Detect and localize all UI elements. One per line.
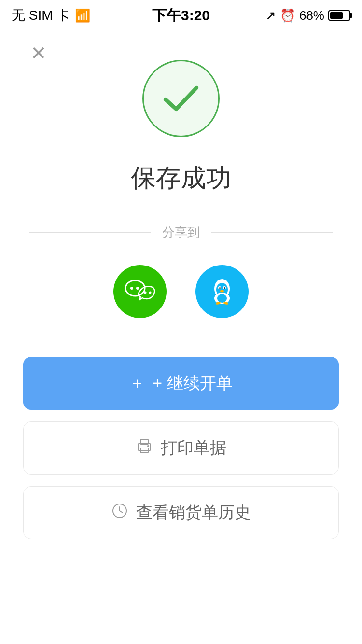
main-content: 保存成功 分享到 <box>0 31 362 539</box>
status-right: ↗ ⏰ 68% <box>265 8 350 23</box>
history-label: 查看销货单历史 <box>136 502 251 524</box>
svg-point-3 <box>144 292 147 294</box>
success-title: 保存成功 <box>131 161 231 195</box>
svg-line-22 <box>120 511 123 513</box>
clock-icon <box>111 502 128 523</box>
svg-point-10 <box>224 287 225 289</box>
continue-order-label: + 继续开单 <box>153 372 232 394</box>
close-icon: ✕ <box>30 43 47 63</box>
print-label: 打印单据 <box>161 437 226 459</box>
alarm-icon: ⏰ <box>280 8 295 23</box>
success-circle <box>142 60 220 137</box>
divider-left <box>29 232 151 233</box>
wifi-icon: 📶 <box>75 8 90 23</box>
svg-point-1 <box>130 287 133 290</box>
carrier-text: 无 SIM 卡 <box>12 6 70 25</box>
status-time: 下午3:20 <box>152 6 210 26</box>
share-divider: 分享到 <box>0 224 362 241</box>
continue-order-button[interactable]: ＋ + 继续开单 <box>23 357 339 410</box>
location-icon: ↗ <box>265 8 276 23</box>
action-buttons: ＋ + 继续开单 打印单据 <box>0 357 362 539</box>
status-bar: 无 SIM 卡 📶 下午3:20 ↗ ⏰ 68% <box>0 0 362 31</box>
svg-point-11 <box>220 290 224 293</box>
wechat-icon <box>123 275 157 308</box>
history-button[interactable]: 查看销货单历史 <box>23 486 339 539</box>
print-button[interactable]: 打印单据 <box>23 421 339 475</box>
close-button[interactable]: ✕ <box>24 39 53 68</box>
plus-icon: ＋ <box>129 373 145 394</box>
status-left: 无 SIM 卡 📶 <box>12 6 90 25</box>
share-icons <box>113 265 249 318</box>
share-wechat-button[interactable] <box>113 265 167 318</box>
checkmark-icon <box>162 84 200 113</box>
svg-point-4 <box>149 292 152 294</box>
divider-right <box>211 232 333 233</box>
share-label: 分享到 <box>151 224 211 241</box>
svg-point-13 <box>217 294 227 303</box>
battery-percent: 68% <box>299 8 324 23</box>
qq-icon <box>207 276 237 307</box>
battery-icon <box>328 10 350 21</box>
svg-point-2 <box>136 287 139 290</box>
printer-icon <box>136 437 153 459</box>
svg-point-19 <box>147 445 149 447</box>
svg-point-9 <box>219 287 221 289</box>
share-qq-button[interactable] <box>195 265 249 318</box>
